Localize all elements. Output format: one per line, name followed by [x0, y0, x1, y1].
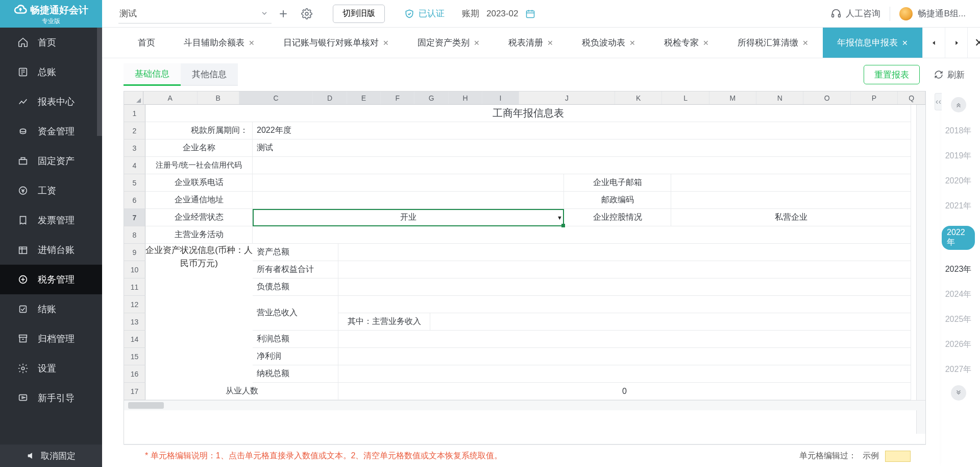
year-up-button[interactable] — [951, 97, 966, 112]
sidebar-scrollbar[interactable] — [97, 28, 102, 136]
col-header-D[interactable]: D — [313, 91, 347, 104]
email-value[interactable] — [671, 174, 911, 192]
refresh-button[interactable]: 刷新 — [934, 69, 965, 81]
col-header-L[interactable]: L — [662, 91, 709, 104]
help-button[interactable]: 人工咨询 — [830, 8, 880, 19]
subtab-other[interactable]: 其他信息 — [181, 63, 238, 85]
sidebar-item-home[interactable]: 首页 — [0, 28, 102, 57]
sidebar-item-tax[interactable]: 税务管理 — [0, 265, 102, 294]
sidebar-item-ledger[interactable]: 总账 — [0, 57, 102, 87]
tab-税表清册[interactable]: 税表清册✕ — [494, 28, 568, 58]
col-header-I[interactable]: I — [482, 91, 519, 104]
total-assets-value[interactable] — [338, 244, 911, 261]
col-header-Q[interactable]: Q — [898, 91, 925, 104]
col-header-F[interactable]: F — [381, 91, 414, 104]
year-2027[interactable]: 2027年 — [945, 364, 972, 375]
tab-首页[interactable]: 首页 — [124, 28, 169, 58]
sidebar-item-fixed-assets[interactable]: 固定资产 — [0, 146, 102, 176]
close-icon[interactable]: ✕ — [547, 39, 553, 47]
main-biz-income-value[interactable] — [430, 313, 911, 331]
tabs-next-button[interactable] — [945, 28, 967, 58]
sidebar-item-guide[interactable]: 新手引导 — [0, 383, 102, 413]
sidebar-item-funds[interactable]: 资金管理 — [0, 116, 102, 146]
tab-税负波动表[interactable]: 税负波动表✕ — [568, 28, 650, 58]
collapse-rail-button[interactable]: ‹‹ — [935, 93, 942, 110]
total-revenue-value[interactable] — [338, 296, 911, 313]
col-header-G[interactable]: G — [414, 91, 448, 104]
tab-税检专家[interactable]: 税检专家✕ — [650, 28, 723, 58]
close-icon[interactable]: ✕ — [383, 39, 389, 47]
user-menu[interactable]: 畅捷通B组... — [899, 7, 966, 20]
sidebar-item-reports[interactable]: 报表中心 — [0, 87, 102, 116]
verified-badge[interactable]: 已认证 — [404, 8, 445, 19]
tab-年报信息申报表[interactable]: 年报信息申报表✕ — [823, 28, 922, 58]
close-icon[interactable]: ✕ — [629, 39, 635, 47]
reset-report-button[interactable]: 重置报表 — [864, 65, 920, 84]
sidebar-item-settings[interactable]: 设置 — [0, 354, 102, 383]
biz-status-value[interactable]: 开业 — [253, 209, 564, 226]
period-value-cell[interactable]: 2022年度 — [253, 122, 911, 139]
year-2024[interactable]: 2024年 — [945, 289, 972, 300]
tab-所得税汇算清缴[interactable]: 所得税汇算清缴✕ — [723, 28, 823, 58]
col-header-J[interactable]: J — [519, 91, 615, 104]
close-icon[interactable]: ✕ — [474, 39, 480, 47]
net-profit-value[interactable] — [338, 348, 911, 365]
year-2025[interactable]: 2025年 — [945, 314, 972, 325]
year-2020[interactable]: 2020年 — [945, 176, 972, 186]
spreadsheet[interactable]: ABCDEFGHIJKLMNOPQ 1工商年报信息表 2 税款所属期间： 202… — [124, 91, 926, 445]
reg-code-value[interactable] — [253, 157, 911, 174]
col-header-C[interactable]: C — [239, 91, 313, 104]
total-liab-value[interactable] — [338, 278, 911, 296]
close-icon[interactable]: ✕ — [249, 39, 255, 47]
close-icon[interactable]: ✕ — [902, 39, 908, 47]
year-2026[interactable]: 2026年 — [945, 339, 972, 350]
calendar-icon[interactable] — [525, 9, 535, 19]
horizontal-scrollbar[interactable] — [124, 400, 925, 410]
col-header-P[interactable]: P — [851, 91, 898, 104]
tab-斗目辅助余额表[interactable]: 斗目辅助余额表✕ — [169, 28, 269, 58]
tab-日记账与银行对账单核对[interactable]: 日记账与银行对账单核对✕ — [269, 28, 403, 58]
sidebar-item-closing[interactable]: 结账 — [0, 294, 102, 324]
postal-value[interactable] — [671, 192, 911, 209]
year-2018[interactable]: 2018年 — [945, 126, 972, 136]
switch-old-version-button[interactable]: 切到旧版 — [333, 5, 385, 23]
col-header-K[interactable]: K — [615, 91, 662, 104]
holding-value[interactable]: 私营企业 — [671, 209, 911, 226]
main-biz-value[interactable] — [253, 226, 911, 244]
close-icon[interactable]: ✕ — [802, 39, 808, 47]
col-header-A[interactable]: A — [143, 91, 198, 104]
vertical-scrollbar[interactable] — [916, 105, 925, 434]
col-header-H[interactable]: H — [449, 91, 482, 104]
sidebar-item-salary[interactable]: 工资 — [0, 176, 102, 205]
col-header-B[interactable]: B — [198, 91, 240, 104]
phone-value[interactable] — [253, 174, 564, 192]
year-2022[interactable]: 2022年 — [942, 226, 975, 250]
unpin-sidebar-button[interactable]: 取消固定 — [0, 445, 102, 467]
year-2021[interactable]: 2021年 — [945, 201, 972, 212]
col-header-N[interactable]: N — [756, 91, 803, 104]
add-account-button[interactable] — [272, 4, 295, 24]
tabs-close-button[interactable]: ✕ — [967, 28, 980, 58]
account-select-trigger[interactable]: 测试 — [118, 4, 272, 24]
year-2019[interactable]: 2019年 — [945, 151, 972, 161]
col-header-O[interactable]: O — [803, 91, 850, 104]
settings-icon-button[interactable] — [295, 4, 318, 24]
employees-value[interactable]: 0 — [338, 383, 911, 400]
total-profit-value[interactable] — [338, 331, 911, 348]
col-header-M[interactable]: M — [709, 91, 756, 104]
subtab-basic[interactable]: 基础信息 — [124, 63, 181, 86]
col-header-E[interactable]: E — [347, 91, 381, 104]
sidebar-item-inventory[interactable]: 进销台账 — [0, 235, 102, 265]
close-icon[interactable]: ✕ — [703, 39, 709, 47]
sidebar-item-archive[interactable]: 归档管理 — [0, 324, 102, 354]
owner-equity-value[interactable] — [338, 261, 911, 278]
year-2023[interactable]: 2023年 — [945, 264, 972, 275]
company-name-value[interactable]: 测试 — [253, 139, 911, 157]
tab-固定资产类别[interactable]: 固定资产类别✕ — [403, 28, 494, 58]
sidebar-item-invoice[interactable]: 发票管理 — [0, 205, 102, 235]
tabs-prev-button[interactable] — [922, 28, 945, 58]
address-value[interactable] — [253, 192, 564, 209]
total-tax-value[interactable] — [338, 365, 911, 383]
select-all-corner[interactable] — [124, 91, 143, 104]
year-down-button[interactable] — [951, 385, 966, 401]
